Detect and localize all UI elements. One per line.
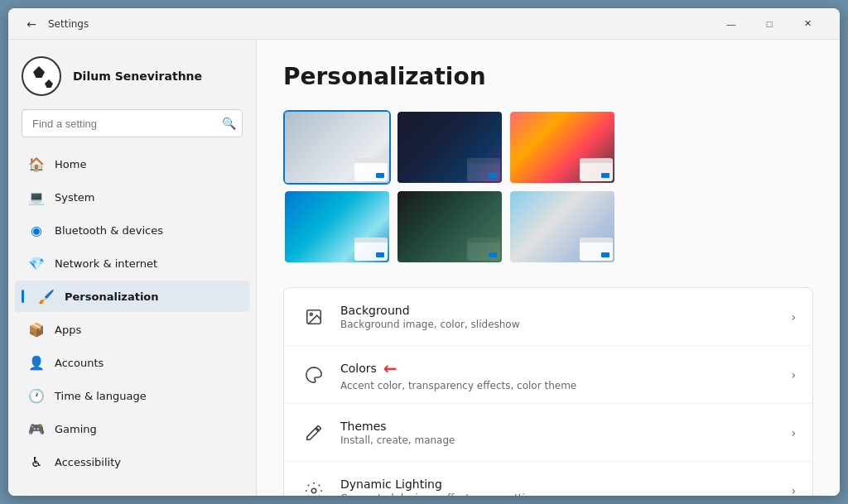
colors-icon: [301, 362, 327, 388]
minimize-button[interactable]: —: [712, 12, 750, 36]
theme-preview-6: [510, 191, 616, 264]
themes-chevron: ›: [791, 426, 796, 439]
theme-preview-4: [285, 191, 391, 264]
dynamic-lighting-desc: Connected devices, effects, app settings: [340, 492, 778, 496]
theme-preview-2: [398, 112, 504, 185]
nav-item-network[interactable]: 💎 Network & internet: [15, 247, 249, 279]
nav-label-gaming: Gaming: [55, 423, 97, 435]
username: Dilum Senevirathne: [73, 70, 202, 83]
themes-icon: [301, 420, 327, 446]
nav-item-accounts[interactable]: 👤 Accounts: [15, 347, 249, 378]
svg-point-1: [310, 313, 312, 315]
settings-item-colors[interactable]: Colors ← Accent color, transparency effe…: [284, 346, 812, 404]
home-icon: 🏠: [28, 156, 45, 172]
back-button[interactable]: ←: [22, 14, 41, 34]
dynamic-lighting-chevron: ›: [791, 484, 796, 496]
theme-preview-5: [398, 191, 504, 264]
page-title: Personalization: [283, 63, 813, 90]
settings-item-background[interactable]: Background Background image, color, slid…: [284, 288, 812, 346]
search-box: 🔍: [22, 109, 243, 137]
theme-card-5[interactable]: [396, 190, 504, 264]
theme-card-4[interactable]: [283, 190, 391, 264]
nav-label-accounts: Accounts: [55, 357, 104, 369]
nav-label-home: Home: [55, 158, 86, 170]
nav-label-bluetooth: Bluetooth & devices: [55, 224, 163, 237]
theme-mini-window-5: [467, 238, 500, 261]
time-icon: 🕐: [28, 387, 45, 404]
close-button[interactable]: ✕: [788, 12, 826, 36]
nav-item-bluetooth[interactable]: ◉ Bluetooth & devices: [15, 214, 249, 246]
dynamic-lighting-title: Dynamic Lighting: [340, 478, 778, 491]
avatar: [22, 56, 61, 96]
themes-title: Themes: [340, 420, 778, 433]
background-text: Background Background image, color, slid…: [340, 304, 778, 330]
theme-mini-window-3: [580, 158, 613, 181]
settings-window: ← Settings — □ ✕ Dilum Senevirathne 🔍 🏠: [8, 8, 840, 496]
apps-icon: 📦: [28, 321, 45, 338]
background-chevron: ›: [791, 310, 796, 324]
nav-item-system[interactable]: 💻 System: [15, 181, 249, 213]
dynamic-lighting-icon: [301, 478, 327, 496]
theme-mini-window-4: [354, 238, 388, 261]
main-content: Personalization: [257, 40, 840, 496]
nav-label-system: System: [55, 191, 94, 204]
accessibility-icon: ♿: [28, 454, 45, 470]
title-bar: ← Settings — □ ✕: [8, 8, 840, 40]
theme-card-1[interactable]: [283, 110, 391, 185]
settings-item-dynamic-lighting[interactable]: Dynamic Lighting Connected devices, effe…: [284, 462, 812, 496]
window-controls: — □ ✕: [712, 12, 826, 36]
settings-list: Background Background image, color, slid…: [283, 287, 813, 496]
nav-label-time: Time & language: [55, 390, 147, 402]
svg-point-2: [311, 488, 316, 493]
content-area: Dilum Senevirathne 🔍 🏠 Home 💻 System ◉ B…: [8, 40, 840, 496]
gaming-icon: 🎮: [28, 420, 45, 437]
colors-title: Colors ←: [340, 358, 778, 378]
themes-grid: [283, 110, 813, 264]
bluetooth-icon: ◉: [28, 222, 45, 238]
window-title: Settings: [48, 18, 89, 30]
nav-item-home[interactable]: 🏠 Home: [15, 148, 249, 180]
settings-item-themes[interactable]: Themes Install, create, manage ›: [284, 404, 812, 462]
personalization-icon: 🖌️: [38, 288, 55, 305]
themes-text: Themes Install, create, manage: [340, 420, 778, 446]
background-desc: Background image, color, slideshow: [340, 319, 778, 330]
nav-item-gaming[interactable]: 🎮 Gaming: [15, 413, 249, 444]
network-icon: 💎: [28, 255, 45, 271]
colors-chevron: ›: [791, 368, 796, 382]
nav-item-accessibility[interactable]: ♿ Accessibility: [15, 446, 249, 478]
system-icon: 💻: [28, 189, 45, 205]
theme-mini-window-1: [354, 158, 388, 181]
nav-label-personalization: Personalization: [65, 290, 159, 303]
maximize-button[interactable]: □: [750, 12, 788, 36]
theme-card-2[interactable]: [396, 110, 504, 185]
theme-mini-window-6: [580, 238, 613, 261]
sidebar: Dilum Senevirathne 🔍 🏠 Home 💻 System ◉ B…: [8, 40, 257, 496]
red-arrow-indicator: ←: [383, 358, 398, 378]
nav-label-network: Network & internet: [55, 257, 157, 270]
dynamic-lighting-text: Dynamic Lighting Connected devices, effe…: [340, 478, 778, 496]
background-title: Background: [340, 304, 778, 317]
nav-label-accessibility: Accessibility: [55, 456, 121, 468]
background-icon: [301, 304, 327, 330]
themes-desc: Install, create, manage: [340, 434, 778, 446]
colors-text: Colors ← Accent color, transparency effe…: [340, 358, 778, 391]
theme-preview-1: [285, 112, 391, 185]
user-profile: Dilum Senevirathne: [8, 40, 256, 109]
theme-card-6[interactable]: [508, 190, 616, 264]
theme-mini-window-2: [467, 158, 500, 181]
search-icon: 🔍: [222, 117, 236, 130]
theme-preview-3: [510, 112, 616, 185]
theme-card-3[interactable]: [508, 110, 616, 185]
nav-item-time[interactable]: 🕐 Time & language: [15, 380, 249, 411]
accounts-icon: 👤: [28, 354, 45, 371]
nav-label-apps: Apps: [55, 324, 81, 336]
active-indicator: [22, 290, 24, 303]
search-input[interactable]: [22, 109, 243, 137]
nav-item-personalization[interactable]: 🖌️ Personalization: [15, 281, 249, 312]
colors-desc: Accent color, transparency effects, colo…: [340, 380, 778, 391]
nav-item-apps[interactable]: 📦 Apps: [15, 314, 249, 345]
